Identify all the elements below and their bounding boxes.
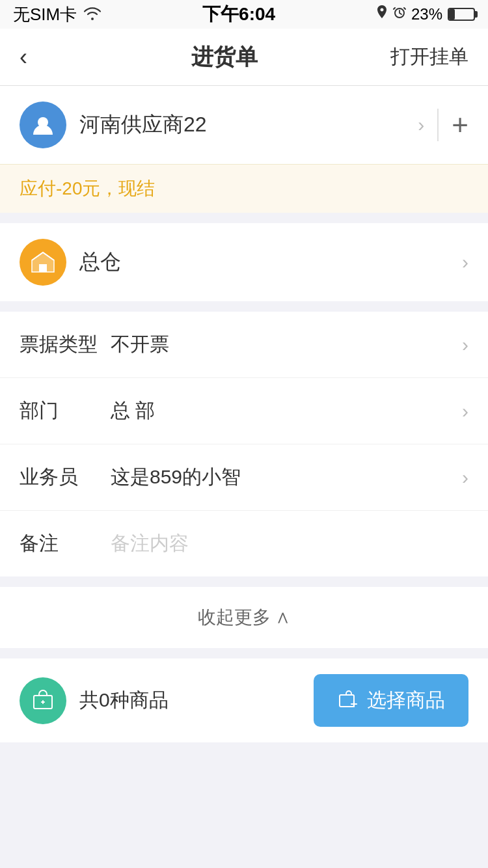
warehouse-name: 总仓 — [79, 248, 462, 277]
supplier-row[interactable]: 河南供应商22 › + — [0, 86, 488, 164]
collapse-text: 收起更多 ∧ — [198, 605, 291, 630]
invoice-row[interactable]: 票据类型 不开票 › — [0, 312, 488, 378]
sales-label: 业务员 — [20, 464, 111, 491]
notice-bar: 应付-20元，现结 — [0, 164, 488, 213]
dept-value: 总 部 — [111, 398, 462, 424]
page-title: 进货单 — [191, 42, 258, 72]
open-pending-button[interactable]: 打开挂单 — [390, 44, 468, 70]
sales-row[interactable]: 业务员 这是859的小智 › — [0, 444, 488, 511]
warehouse-section: 总仓 › — [0, 223, 488, 301]
sales-value: 这是859的小智 — [111, 464, 462, 491]
select-product-label: 选择商品 — [367, 687, 445, 714]
svg-rect-5 — [340, 695, 354, 707]
wifi-icon — [83, 5, 102, 25]
collapse-row[interactable]: 收起更多 ∧ — [0, 587, 488, 648]
select-product-button[interactable]: 选择商品 — [314, 674, 468, 727]
dept-chevron-icon: › — [462, 400, 468, 422]
warehouse-icon — [20, 239, 66, 286]
supplier-chevron-icon: › — [418, 114, 424, 136]
nav-bar: ‹ 进货单 打开挂单 — [0, 29, 488, 86]
invoice-value: 不开票 — [111, 331, 462, 358]
add-supplier-button[interactable]: + — [452, 111, 468, 139]
gray-area — [0, 742, 488, 868]
remark-input[interactable]: 备注内容 — [111, 530, 468, 557]
status-time: 下午6:04 — [202, 2, 275, 27]
remark-label: 备注 — [20, 530, 111, 557]
content: 河南供应商22 › + 应付-20元，现结 总仓 › 票据类型 — [0, 86, 488, 868]
status-right: 23% — [376, 5, 475, 23]
form-section: 票据类型 不开票 › 部门 总 部 › 业务员 这是859的小智 › 备注 备注… — [0, 312, 488, 576]
bottom-bar: 共0种商品 选择商品 — [0, 658, 488, 742]
back-button[interactable]: ‹ — [20, 44, 59, 71]
battery-icon — [448, 8, 475, 21]
remark-row[interactable]: 备注 备注内容 — [0, 511, 488, 576]
alarm-icon — [393, 5, 406, 23]
invoice-chevron-icon: › — [462, 334, 468, 356]
carrier-text: 无SIM卡 — [13, 3, 77, 26]
product-count: 共0种商品 — [79, 687, 301, 714]
supplier-divider — [437, 109, 439, 141]
status-bar: 无SIM卡 下午6:04 23% — [0, 0, 488, 29]
svg-rect-3 — [40, 264, 46, 272]
notice-text: 应付-20元，现结 — [20, 178, 155, 198]
sales-chevron-icon: › — [462, 467, 468, 489]
supplier-name: 河南供应商22 — [79, 111, 418, 139]
invoice-label: 票据类型 — [20, 331, 111, 358]
supplier-section: 河南供应商22 › + 应付-20元，现结 — [0, 86, 488, 213]
status-left: 无SIM卡 — [13, 3, 102, 26]
dept-row[interactable]: 部门 总 部 › — [0, 378, 488, 444]
dept-label: 部门 — [20, 398, 111, 424]
product-icon — [20, 677, 66, 724]
battery-percentage: 23% — [411, 5, 442, 23]
location-icon — [376, 5, 388, 23]
supplier-avatar — [20, 102, 66, 148]
warehouse-chevron-icon: › — [462, 251, 468, 273]
warehouse-row[interactable]: 总仓 › — [0, 223, 488, 301]
